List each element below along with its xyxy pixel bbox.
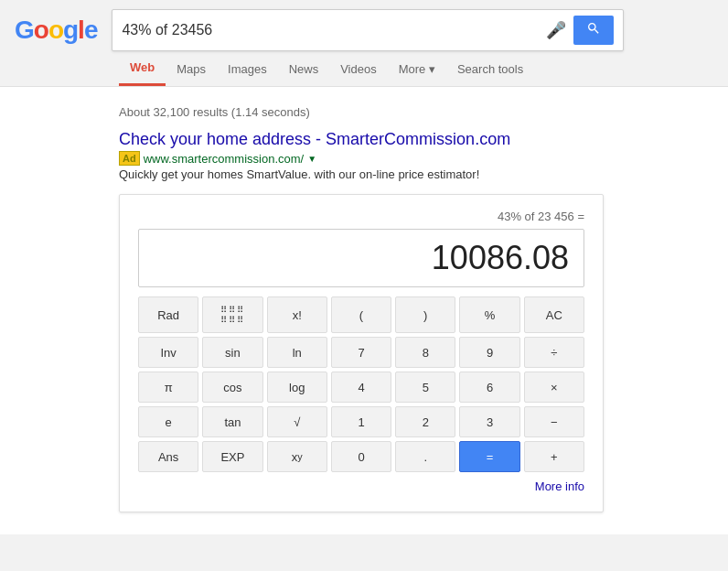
calc-btn-subtract[interactable]: − [524, 406, 584, 437]
search-input[interactable]: 43% of 23456 [122, 22, 539, 38]
calc-btn-ac[interactable]: AC [524, 296, 584, 333]
calc-btn-0[interactable]: 0 [331, 441, 391, 472]
calc-btn-5[interactable]: 5 [395, 372, 455, 403]
search-button[interactable] [573, 16, 614, 45]
logo-o2: o [48, 16, 63, 44]
calc-btn-4[interactable]: 4 [331, 372, 391, 403]
calc-result: 10086.08 [432, 239, 569, 277]
more-info-link[interactable]: More info [138, 479, 584, 493]
calc-btn-inv[interactable]: Inv [138, 337, 198, 368]
calc-btn-equals[interactable]: = [459, 441, 519, 472]
nav-search-tools[interactable]: Search tools [446, 53, 534, 85]
calc-btn-power[interactable]: xy [267, 441, 327, 472]
calc-btn-6[interactable]: 6 [459, 372, 519, 403]
nav-more[interactable]: More ▾ [388, 53, 446, 85]
calc-display: 10086.08 [138, 229, 584, 287]
google-logo: Google [15, 16, 97, 45]
calc-btn-log[interactable]: log [267, 372, 327, 403]
calc-btn-ln[interactable]: ln [267, 337, 327, 368]
calc-expression: 43% of 23 456 = [138, 210, 584, 223]
search-bar: 43% of 23456 🎤 [112, 9, 624, 51]
nav-images[interactable]: Images [217, 53, 278, 85]
calc-btn-9[interactable]: 9 [459, 337, 519, 368]
ad-badge: Ad [119, 151, 140, 166]
calc-btn-add[interactable]: + [524, 441, 584, 472]
ad-url-arrow: ▼ [307, 154, 316, 164]
ad-result: Check your home address - SmarterCommiss… [119, 130, 668, 181]
calc-btn-multiply[interactable]: × [524, 372, 584, 403]
calc-btn-7[interactable]: 7 [331, 337, 391, 368]
microphone-icon[interactable]: 🎤 [546, 20, 566, 40]
calc-btn-sin[interactable]: sin [202, 337, 262, 368]
logo-e: e [84, 16, 98, 44]
ad-description: Quickly get your homes SmartValue. with … [119, 167, 668, 181]
logo-l: l [78, 16, 84, 44]
nav-maps[interactable]: Maps [166, 53, 217, 85]
calc-btn-cos[interactable]: cos [202, 372, 262, 403]
logo-g: G [15, 16, 34, 44]
calc-btn-pi[interactable]: π [138, 372, 198, 403]
calc-btn-e[interactable]: e [138, 406, 198, 437]
nav-web[interactable]: Web [119, 51, 166, 86]
logo-g2: g [63, 16, 78, 44]
calc-buttons: Rad ⠿⠿⠿⠿⠿⠿ x! ( ) % AC Inv sin ln 7 8 9 … [138, 296, 584, 472]
calc-btn-tan[interactable]: tan [202, 406, 262, 437]
ad-url[interactable]: www.smartercommission.com/ [144, 152, 305, 166]
calc-btn-ans[interactable]: Ans [138, 441, 198, 472]
search-icon [586, 21, 601, 36]
calc-btn-3[interactable]: 3 [459, 406, 519, 437]
calc-btn-exp[interactable]: EXP [202, 441, 262, 472]
ad-title[interactable]: Check your home address - SmarterCommiss… [119, 130, 510, 148]
calc-btn-1[interactable]: 1 [331, 406, 391, 437]
navigation: Web Maps Images News Videos More ▾ Searc… [0, 51, 728, 87]
calc-btn-open-paren[interactable]: ( [331, 296, 391, 333]
calc-btn-rad[interactable]: Rad [138, 296, 198, 333]
calc-btn-2[interactable]: 2 [395, 406, 455, 437]
logo-o1: o [34, 16, 48, 44]
calc-btn-percent[interactable]: % [459, 296, 519, 333]
results-count: About 32,100 results (1.14 seconds) [119, 105, 713, 119]
calc-btn-close-paren[interactable]: ) [395, 296, 455, 333]
logo-text: Google [15, 16, 97, 45]
header: Google 43% of 23456 🎤 [0, 0, 728, 51]
calc-btn-decimal[interactable]: . [395, 441, 455, 472]
calc-btn-8[interactable]: 8 [395, 337, 455, 368]
calc-btn-divide[interactable]: ÷ [524, 337, 584, 368]
nav-news[interactable]: News [278, 53, 330, 85]
ad-badge-line: Ad www.smartercommission.com/ ▼ [119, 151, 668, 166]
calc-btn-grid[interactable]: ⠿⠿⠿⠿⠿⠿ [202, 296, 262, 333]
main-content: About 32,100 results (1.14 seconds) Chec… [0, 87, 728, 534]
calculator: 43% of 23 456 = 10086.08 Rad ⠿⠿⠿⠿⠿⠿ x! (… [119, 194, 604, 512]
nav-videos[interactable]: Videos [329, 53, 388, 85]
calc-btn-sqrt[interactable]: √ [267, 406, 327, 437]
calc-btn-factorial[interactable]: x! [267, 296, 327, 333]
